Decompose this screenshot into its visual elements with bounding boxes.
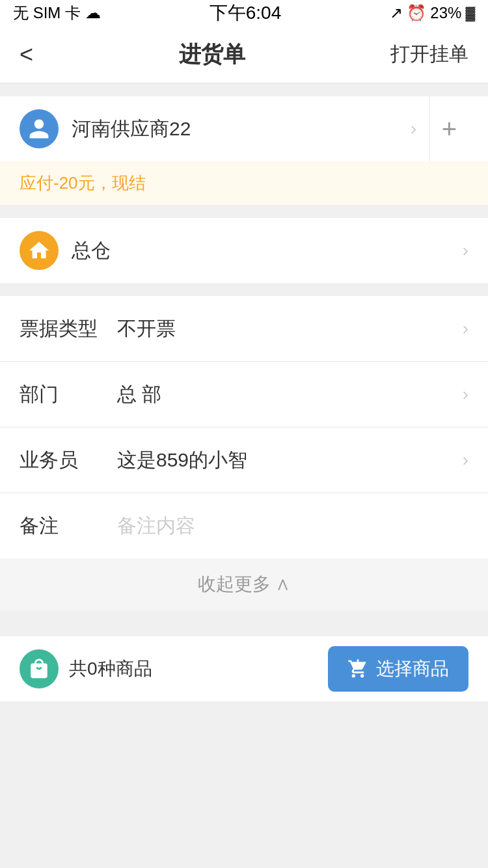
ticket-type-label: 票据类型 [20, 316, 111, 342]
select-product-label: 选择商品 [376, 657, 449, 681]
ticket-type-chevron-icon: › [463, 318, 468, 339]
supplier-avatar [20, 109, 59, 148]
ticket-type-value: 不开票 [117, 316, 463, 342]
status-bar-right: ↗ ⏰ 23% ▓ [390, 4, 475, 22]
status-bar: 无 SIM 卡 ☁ 下午6:04 ↗ ⏰ 23% ▓ [0, 0, 488, 26]
location-icon: ↗ [390, 4, 403, 22]
bottom-divider [0, 610, 488, 623]
supplier-name: 河南供应商22 [72, 116, 411, 142]
shopping-bag-icon [28, 658, 50, 680]
warehouse-name: 总仓 [72, 237, 463, 264]
department-label: 部门 [20, 381, 111, 408]
department-chevron-icon: › [463, 384, 468, 405]
back-button[interactable]: < [20, 41, 33, 68]
remark-value[interactable]: 备注内容 [117, 513, 468, 539]
open-pending-button[interactable]: 打开挂单 [390, 41, 468, 68]
salesperson-chevron-icon: › [463, 450, 468, 470]
middle-divider-2 [0, 283, 488, 296]
form-section: 票据类型 不开票 › 部门 总 部 › 业务员 这是859的小智 › 备注 备注… [0, 296, 488, 558]
user-icon [27, 117, 51, 141]
notice-bar: 应付-20元，现结 [0, 161, 488, 205]
signal-text: 无 SIM 卡 ☁ [13, 3, 101, 23]
top-divider [0, 83, 488, 96]
salesperson-label: 业务员 [20, 447, 111, 474]
remark-row[interactable]: 备注 备注内容 [0, 493, 488, 558]
house-icon [27, 239, 51, 262]
warehouse-chevron-icon: › [463, 240, 468, 261]
nav-bar: < 进货单 打开挂单 [0, 26, 488, 83]
middle-divider-1 [0, 205, 488, 218]
page-title: 进货单 [179, 40, 245, 70]
warehouse-section: 总仓 › [0, 218, 488, 283]
cart-plus-icon [347, 658, 368, 679]
remark-label: 备注 [20, 513, 111, 539]
bottom-bar: 共0种商品 选择商品 [0, 636, 488, 701]
status-bar-left: 无 SIM 卡 ☁ [13, 3, 101, 23]
product-count-icon [20, 649, 59, 688]
supplier-section: 河南供应商22 › + [0, 96, 488, 161]
ticket-type-row[interactable]: 票据类型 不开票 › [0, 296, 488, 361]
department-value: 总 部 [117, 381, 463, 408]
empty-area [0, 701, 488, 868]
product-count-text: 共0种商品 [69, 657, 328, 681]
supplier-row[interactable]: 河南供应商22 › + [0, 96, 488, 161]
battery-icon: ▓ [465, 6, 475, 21]
salesperson-value: 这是859的小智 [117, 447, 463, 474]
department-row[interactable]: 部门 总 部 › [0, 362, 488, 427]
warehouse-icon [20, 231, 59, 270]
salesperson-row[interactable]: 业务员 这是859的小智 › [0, 427, 488, 493]
status-bar-time: 下午6:04 [210, 1, 282, 25]
alarm-icon: ⏰ [407, 4, 426, 22]
select-product-button[interactable]: 选择商品 [328, 646, 468, 692]
collapse-button[interactable]: 收起更多 ∧ [0, 558, 488, 610]
battery-text: 23% [430, 4, 461, 22]
add-supplier-button[interactable]: + [429, 96, 468, 161]
warehouse-row[interactable]: 总仓 › [0, 218, 488, 283]
supplier-chevron-icon: › [411, 118, 416, 139]
